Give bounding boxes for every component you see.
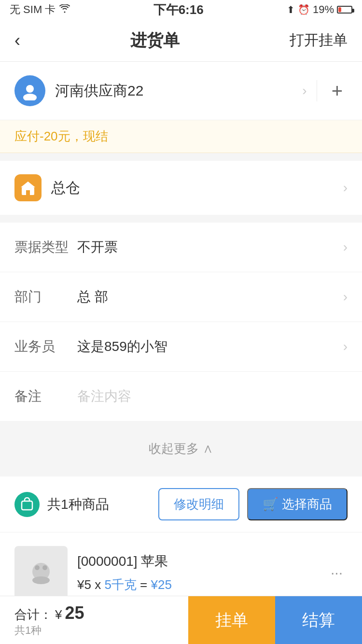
product-thumbnail	[14, 546, 68, 599]
product-title: 苹果	[141, 554, 168, 569]
edit-details-button[interactable]: 修改明细	[158, 488, 239, 520]
hold-button[interactable]: 挂单	[188, 596, 275, 644]
quantity: 5千克	[104, 577, 136, 592]
subtotal: ¥25	[151, 577, 172, 592]
product-price-row: ¥5 x 5千克 = ¥25	[77, 576, 316, 593]
supplier-chevron-icon: ›	[302, 83, 306, 98]
status-bar: 无 SIM 卡 下午6:16 ⬆ ⏰ 19%	[0, 0, 362, 19]
product-info: [0000001] 苹果 ¥5 x 5千克 = ¥25	[77, 552, 316, 593]
ticket-type-chevron-icon: ›	[343, 239, 348, 255]
remark-input[interactable]: 备注内容	[77, 387, 348, 406]
equals: =	[140, 577, 151, 592]
status-time: 下午6:16	[153, 1, 204, 18]
svg-rect-4	[26, 190, 30, 195]
carrier-text: 无 SIM 卡	[10, 2, 56, 17]
products-icon	[14, 492, 40, 517]
department-value: 总 部	[77, 288, 338, 306]
svg-point-8	[35, 565, 40, 570]
checkout-button[interactable]: 结算	[275, 596, 362, 644]
svg-point-9	[42, 565, 47, 570]
department-label: 部门	[14, 288, 77, 306]
supplier-alert: 应付-20元，现结	[0, 120, 362, 153]
status-right: ⬆ ⏰ 19%	[287, 3, 352, 16]
add-supplier-button[interactable]: +	[327, 80, 348, 102]
form-card: 票据类型 不开票 › 部门 总 部 › 业务员 这是859的小智 › 备注 备注…	[0, 223, 362, 421]
select-product-icon: 🛒	[263, 497, 278, 512]
select-product-label: 选择商品	[282, 496, 332, 513]
open-hold-button[interactable]: 打开挂单	[290, 30, 348, 50]
product-name: [0000001] 苹果	[77, 552, 316, 571]
wifi-icon	[59, 3, 70, 16]
battery-text: 19%	[313, 3, 334, 16]
select-product-button[interactable]: 🛒 选择商品	[247, 488, 348, 520]
alarm-icon: ⏰	[298, 4, 310, 15]
collapse-label: 收起更多 ∧	[149, 440, 213, 457]
salesperson-value: 这是859的小智	[77, 337, 338, 356]
products-count: 共1种商品	[47, 495, 151, 514]
back-button[interactable]: ‹	[14, 30, 20, 51]
battery-icon	[337, 6, 352, 14]
status-left: 无 SIM 卡	[10, 2, 70, 17]
supplier-card: 河南供应商22 › + 应付-20元，现结	[0, 62, 362, 153]
location-icon: ⬆	[287, 4, 295, 15]
main-content: 河南供应商22 › + 应付-20元，现结 总仓 › 票据类型 不开票 ›	[0, 62, 362, 644]
warehouse-row[interactable]: 总仓 ›	[0, 161, 362, 215]
product-code: [0000001]	[77, 554, 141, 569]
nav-bar: ‹ 进货单 打开挂单	[0, 19, 362, 62]
department-chevron-icon: ›	[343, 289, 348, 305]
salesperson-chevron-icon: ›	[343, 339, 348, 354]
salesperson-label: 业务员	[14, 337, 77, 356]
collapse-button[interactable]: 收起更多 ∧	[0, 429, 362, 469]
total-section: 合计： ¥ 25 共1种	[0, 603, 188, 638]
warehouse-chevron-icon: ›	[343, 180, 348, 196]
remark-row[interactable]: 备注 备注内容	[0, 372, 362, 421]
ticket-type-label: 票据类型	[14, 238, 77, 256]
bottom-bar: 合计： ¥ 25 共1种 挂单 结算	[0, 596, 362, 644]
salesperson-row[interactable]: 业务员 这是859的小智 ›	[0, 322, 362, 372]
warehouse-card: 总仓 ›	[0, 161, 362, 215]
supplier-row[interactable]: 河南供应商22 › +	[0, 62, 362, 120]
total-amount: 25	[65, 603, 84, 623]
supplier-avatar	[14, 75, 45, 106]
total-sub: 共1种	[14, 623, 174, 638]
total-label-text: 合计：	[14, 606, 52, 623]
total-symbol: ¥	[55, 607, 62, 622]
ticket-type-value: 不开票	[77, 238, 338, 256]
total-label-row: 合计： ¥ 25	[14, 603, 174, 623]
svg-point-7	[32, 576, 50, 584]
warehouse-icon	[14, 174, 42, 201]
page-title: 进货单	[130, 29, 180, 52]
svg-point-0	[26, 85, 34, 93]
warehouse-name: 总仓	[51, 178, 338, 198]
divider	[317, 80, 317, 101]
svg-marker-3	[21, 182, 35, 187]
supplier-name: 河南供应商22	[55, 81, 297, 101]
svg-point-1	[23, 94, 37, 100]
department-row[interactable]: 部门 总 部 ›	[0, 272, 362, 322]
svg-rect-5	[22, 501, 32, 510]
product-more-button[interactable]: ···	[326, 564, 348, 581]
ticket-type-row[interactable]: 票据类型 不开票 ›	[0, 223, 362, 272]
unit-price: ¥5 x	[77, 577, 104, 592]
remark-label: 备注	[14, 387, 77, 406]
products-header: 共1种商品 修改明细 🛒 选择商品	[0, 476, 362, 532]
products-card: 共1种商品 修改明细 🛒 选择商品 [0000001] 苹果	[0, 476, 362, 613]
